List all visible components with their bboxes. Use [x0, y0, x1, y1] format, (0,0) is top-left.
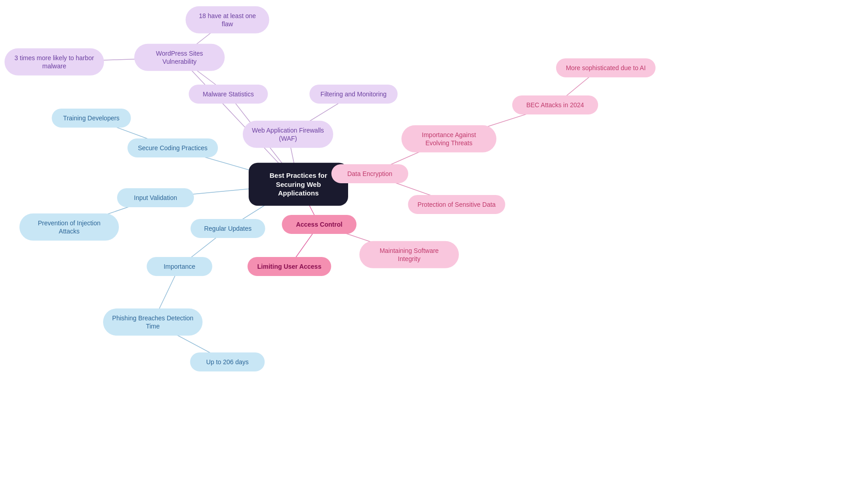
- malware-statistics-node[interactable]: Malware Statistics: [189, 85, 268, 104]
- secure-coding-label: Secure Coding Practices: [138, 144, 208, 152]
- training-dev-node[interactable]: Training Developers: [52, 109, 131, 128]
- data-encryption-node[interactable]: Data Encryption: [331, 164, 408, 183]
- bec-attacks-label: BEC Attacks in 2024: [526, 101, 584, 109]
- access-control-label: Access Control: [296, 220, 343, 228]
- input-validation-label: Input Validation: [134, 194, 177, 202]
- filtering-label: Filtering and Monitoring: [321, 90, 387, 98]
- importance-label: Importance: [164, 262, 195, 271]
- center-label: Best Practices for Securing Web Applicat…: [259, 171, 337, 198]
- prevention-node[interactable]: Prevention of Injection Attacks: [19, 214, 119, 241]
- protection-label: Protection of Sensitive Data: [418, 200, 496, 209]
- upto-206-label: Up to 206 days: [206, 358, 249, 366]
- phishing-label: Phishing Breaches Detection Time: [112, 314, 193, 330]
- prevention-label: Prevention of Injection Attacks: [28, 219, 110, 235]
- importance-node[interactable]: Importance: [147, 257, 212, 276]
- limiting-user-label: Limiting User Access: [257, 262, 321, 271]
- importance-evolving-node[interactable]: Importance Against Evolving Threats: [401, 125, 496, 152]
- malware-statistics-label: Malware Statistics: [203, 90, 254, 98]
- limiting-user-node[interactable]: Limiting User Access: [248, 257, 331, 276]
- upto-206-node[interactable]: Up to 206 days: [190, 352, 265, 371]
- wordpress-label: WordPress Sites Vulnerability: [143, 49, 216, 66]
- maintaining-label: Maintaining Software Integrity: [368, 247, 450, 263]
- wordpress-node[interactable]: WordPress Sites Vulnerability: [134, 44, 225, 71]
- importance-evolving-label: Importance Against Evolving Threats: [410, 131, 487, 147]
- protection-node[interactable]: Protection of Sensitive Data: [408, 195, 505, 214]
- input-validation-node[interactable]: Input Validation: [117, 188, 194, 207]
- maintaining-node[interactable]: Maintaining Software Integrity: [359, 241, 459, 268]
- phishing-node[interactable]: Phishing Breaches Detection Time: [103, 309, 203, 336]
- secure-coding-node[interactable]: Secure Coding Practices: [127, 138, 218, 157]
- filtering-node[interactable]: Filtering and Monitoring: [310, 85, 398, 104]
- training-dev-label: Training Developers: [63, 114, 120, 122]
- bec-attacks-node[interactable]: BEC Attacks in 2024: [512, 95, 598, 114]
- waf-node[interactable]: Web Application Firewalls (WAF): [243, 121, 333, 148]
- regular-updates-label: Regular Updates: [204, 224, 251, 233]
- data-encryption-label: Data Encryption: [347, 170, 392, 178]
- more-sophisticated-node[interactable]: More sophisticated due to AI: [556, 58, 656, 77]
- waf-label: Web Application Firewalls (WAF): [252, 126, 324, 143]
- access-control-node[interactable]: Access Control: [282, 215, 357, 234]
- malware-stat-label: 18 have at least one flaw: [195, 12, 260, 28]
- more-sophisticated-label: More sophisticated due to AI: [566, 64, 646, 72]
- regular-updates-node[interactable]: Regular Updates: [191, 219, 265, 238]
- harbor-malware-node[interactable]: 3 times more likely to harbor malware: [5, 48, 104, 76]
- malware-stat-node[interactable]: 18 have at least one flaw: [186, 6, 269, 33]
- harbor-malware-label: 3 times more likely to harbor malware: [14, 54, 95, 70]
